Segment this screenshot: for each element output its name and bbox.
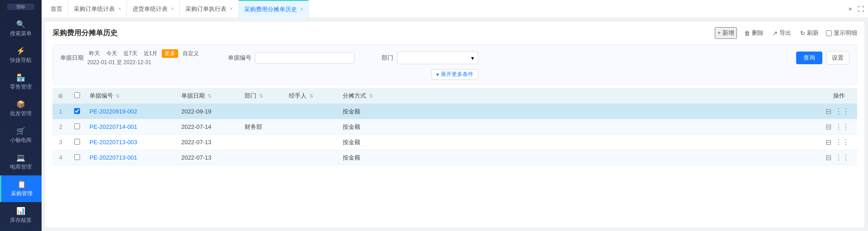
sidebar-item-quick-nav[interactable]: ⚡快捷导航 (0, 42, 42, 69)
docnum-input[interactable] (255, 52, 354, 64)
row-edit-icon-3[interactable]: ⊟ (826, 153, 831, 162)
tab-close-incoming-goods-stats[interactable]: × (171, 6, 174, 11)
refresh-button[interactable]: ↻ 刷新 (798, 28, 821, 38)
col-split-method[interactable]: 分摊方式 ⇅ (338, 88, 821, 104)
sidebar-label-mini-shop: 小畅电商 (10, 137, 32, 144)
row-checkbox-1[interactable] (74, 123, 80, 129)
col-docnum-label: 单据编号 (90, 92, 113, 99)
row-edit-icon-2[interactable]: ⊟ (826, 138, 831, 146)
row-docnum-0[interactable]: PE-20220919-002 (85, 104, 177, 119)
tab-bar: 首页采购订单统计表×进货单统计表×采购订单执行表×采购费用分摊单历史× × ⛶ (42, 0, 868, 18)
sidebar-item-purchase[interactable]: 📋采购管理 (0, 175, 42, 202)
row-docnum-1[interactable]: PE-20220714-001 (85, 119, 177, 135)
col-handler[interactable]: 经手人 ⇅ (284, 88, 338, 104)
row-op-2: ⊟ ⋮⋮ (821, 135, 857, 150)
sidebar-item-mini-shop[interactable]: 🛒小畅电商 (0, 122, 42, 149)
row-check-2[interactable] (69, 135, 85, 150)
shortcut-more[interactable]: 更多 (162, 49, 178, 58)
tab-close-purchase-cost-history[interactable]: × (301, 7, 303, 12)
purchase-icon: 📋 (17, 180, 26, 189)
shortcut-1month[interactable]: 近1月 (142, 49, 160, 58)
shortcut-today[interactable]: 今天 (104, 49, 119, 58)
table-row: 2 PE-20220714-001 2022-07-14 财务部 按金额 ⊟ ⋮… (52, 119, 857, 135)
header-actions: + 新增 🗑 删除 ↗ 导出 ↻ 刷新 显示明细 (715, 27, 857, 39)
col-split-sort: ⇅ (369, 93, 373, 99)
tab-purchase-cost-history[interactable]: 采购费用分摊单历史× (239, 0, 309, 18)
delete-button[interactable]: 🗑 删除 (742, 28, 765, 38)
sidebar-item-wholesale[interactable]: 📦批发管理 (0, 95, 42, 122)
sidebar-item-ecommerce[interactable]: 💻电商管理 (0, 149, 42, 175)
data-table: ⚙ 单据编号 ⇅ 单据日期 ⇅ 部门 (52, 88, 857, 165)
row-checkbox-2[interactable] (74, 139, 80, 145)
page-header: 采购费用分摊单历史 + 新增 🗑 删除 ↗ 导出 ↻ 刷新 显示明细 (52, 27, 857, 39)
dept-select[interactable]: ▾ (397, 52, 478, 64)
select-all-checkbox[interactable] (74, 92, 80, 98)
add-button[interactable]: + 新增 (715, 27, 737, 39)
col-operation: 操作 (821, 88, 857, 104)
col-docnum[interactable]: 单据编号 ⇅ (85, 88, 177, 104)
row-checkbox-3[interactable] (74, 154, 80, 160)
tab-close-purchase-order-exec[interactable]: × (230, 6, 233, 11)
export-button[interactable]: ↗ 导出 (771, 28, 793, 38)
col-dept[interactable]: 部门 ⇅ (240, 88, 284, 104)
row-date-3: 2022-07-13 (177, 150, 240, 165)
tab-label-purchase-order-stats: 采购订单统计表 (74, 5, 115, 13)
shortcut-7days[interactable]: 近7天 (122, 49, 139, 58)
row-num-3: 4 (52, 150, 69, 165)
tab-bar-right: × ⛶ (848, 5, 864, 13)
row-more-icon-2[interactable]: ⋮⋮ (835, 138, 849, 146)
search-button[interactable]: 查询 (796, 52, 822, 64)
expand-more-button[interactable]: ▾ 展开更多条件 (431, 69, 478, 80)
tab-purchase-order-exec[interactable]: 采购订单执行表× (180, 0, 239, 18)
row-check-0[interactable] (69, 104, 85, 119)
row-split-2: 按金额 (338, 135, 821, 150)
row-checkbox-0[interactable] (74, 108, 80, 114)
tab-purchase-order-stats[interactable]: 采购订单统计表× (68, 0, 127, 18)
shortcut-yesterday[interactable]: 昨天 (87, 49, 102, 58)
row-edit-icon-1[interactable]: ⊟ (826, 123, 831, 131)
table-header: ⚙ 单据编号 ⇅ 单据日期 ⇅ 部门 (52, 88, 857, 104)
setting-button[interactable]: 设置 (826, 51, 849, 65)
maximize-icon[interactable]: ⛶ (858, 5, 864, 13)
close-window-icon[interactable]: × (848, 5, 852, 13)
table-row: 3 PE-20220713-003 2022-07-13 按金额 ⊟ ⋮⋮ (52, 135, 857, 150)
expand-more-row: ▾ 展开更多条件 (60, 69, 849, 80)
tab-incoming-goods-stats[interactable]: 进货单统计表× (127, 0, 180, 18)
col-date[interactable]: 单据日期 ⇅ (177, 88, 240, 104)
tab-label-incoming-goods-stats: 进货单统计表 (132, 5, 168, 13)
row-date-0: 2022-09-19 (177, 104, 240, 119)
row-dept-3 (240, 150, 284, 165)
row-handler-2 (284, 135, 338, 150)
sidebar-label-wholesale: 批发管理 (10, 110, 32, 118)
retail-icon: 🏪 (16, 73, 25, 82)
row-docnum-2[interactable]: PE-20220713-003 (85, 135, 177, 150)
col-docnum-sort: ⇅ (116, 93, 120, 99)
refresh-icon: ↻ (800, 30, 805, 37)
col-gear[interactable]: ⚙ (52, 88, 69, 104)
sidebar-label-quick-nav: 快捷导航 (10, 57, 32, 64)
tab-home[interactable]: 首页 (45, 0, 68, 18)
row-check-1[interactable] (69, 119, 85, 135)
date-shortcut-row: 昨天 今天 近7天 近1月 更多 自定义 (87, 49, 201, 58)
sidebar-item-retail[interactable]: 🏪零售管理 (0, 69, 42, 95)
sidebar-item-finance[interactable]: 💰资金管理 (0, 229, 42, 231)
row-check-3[interactable] (69, 150, 85, 165)
delete-icon: 🗑 (744, 30, 750, 37)
row-edit-icon-0[interactable]: ⊟ (826, 107, 831, 116)
sidebar-item-search[interactable]: 🔍搜索菜单 (0, 15, 42, 42)
ecommerce-icon: 💻 (16, 153, 25, 162)
row-op-3: ⊟ ⋮⋮ (821, 150, 857, 165)
show-cols-checkbox[interactable]: 显示明细 (826, 29, 857, 37)
tab-label-purchase-order-exec: 采购订单执行表 (185, 5, 226, 13)
row-more-icon-0[interactable]: ⋮⋮ (835, 107, 849, 116)
shortcut-custom[interactable]: 自定义 (181, 49, 201, 58)
col-handler-label: 经手人 (289, 92, 307, 99)
tab-close-purchase-order-stats[interactable]: × (118, 6, 121, 11)
row-docnum-3[interactable]: PE-20220713-001 (85, 150, 177, 165)
show-cols-input[interactable] (826, 30, 832, 36)
row-more-icon-3[interactable]: ⋮⋮ (835, 153, 849, 162)
sidebar-item-inventory[interactable]: 📊库存核算 (0, 202, 42, 229)
date-range-display: 2022-01-01 至 2022-12-31 (87, 59, 201, 66)
row-more-icon-1[interactable]: ⋮⋮ (835, 123, 849, 131)
dept-filter: 部门 ▾ (382, 52, 478, 64)
